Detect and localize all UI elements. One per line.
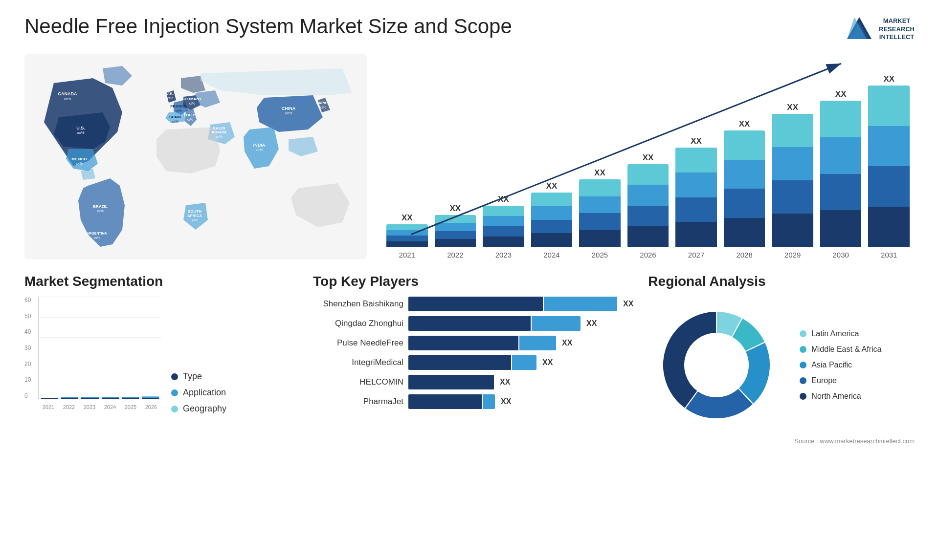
bottom-section: Market Segmentation 60 50 40 30 20 10 0 [24, 274, 915, 545]
page-title: Needle Free Injection System Market Size… [24, 15, 512, 38]
legend-label-type: Type [183, 371, 202, 382]
svg-text:xx%: xx% [64, 97, 71, 101]
svg-text:xx%: xx% [191, 218, 198, 222]
svg-text:xx%: xx% [186, 118, 193, 121]
page: Needle Free Injection System Market Size… [0, 0, 939, 560]
bar-chart-section: XXXXXXXXXXXXXXXXXXXXXX202120222023202420… [381, 54, 915, 259]
legend-dot-type [171, 373, 178, 380]
svg-text:xx%: xx% [285, 111, 292, 115]
logo-text: MARKET RESEARCH INTELLECT [879, 17, 915, 42]
regional-section: Regional Analysis Latin AmericaMiddle Ea… [648, 274, 915, 545]
segmentation-title: Market Segmentation [24, 274, 298, 289]
regional-legend-label: Latin America [811, 329, 859, 338]
svg-text:xx%: xx% [93, 236, 100, 239]
regional-legend-dot [800, 362, 806, 368]
svg-text:xx%: xx% [172, 120, 178, 123]
svg-text:FRANCE: FRANCE [170, 104, 187, 108]
player-name: IntegriMedical [313, 358, 403, 367]
regional-legend-item: North America [800, 392, 881, 401]
regional-legend-label: Asia Pacific [811, 361, 852, 369]
svg-text:GERMANY: GERMANY [182, 97, 202, 101]
player-name: HELCOMIN [313, 377, 403, 387]
source-text: Source : www.marketresearchintellect.com [648, 437, 915, 445]
players-section: Top Key Players Shenzhen BaishikangXXQin… [313, 274, 633, 545]
regional-content: Latin AmericaMiddle East & AfricaAsia Pa… [648, 297, 915, 433]
svg-text:AFRICA: AFRICA [187, 214, 202, 218]
svg-text:BRAZIL: BRAZIL [93, 204, 107, 209]
segmentation-legend: Type Application Geography [171, 371, 226, 414]
svg-text:ARABIA: ARABIA [211, 130, 226, 134]
legend-dot-geography [171, 406, 178, 412]
legend-item-application: Application [171, 388, 226, 398]
logo-icon [845, 15, 874, 44]
legend-item-geography: Geography [171, 404, 226, 414]
svg-text:CHINA: CHINA [282, 106, 296, 111]
svg-text:SPAIN: SPAIN [169, 115, 181, 119]
legend-label-application: Application [183, 388, 226, 398]
player-row: Shenzhen BaishikangXX [313, 297, 633, 311]
svg-text:U.K.: U.K. [166, 91, 174, 96]
donut-chart [648, 297, 785, 433]
regional-legend-label: Europe [811, 376, 837, 385]
legend-dot-application [171, 389, 178, 396]
player-name: Qingdao Zhonghui [313, 319, 403, 328]
svg-text:ITALY: ITALY [184, 113, 195, 117]
svg-text:U.S.: U.S. [76, 126, 85, 130]
svg-text:xx%: xx% [175, 109, 181, 112]
regional-title: Regional Analysis [648, 274, 915, 289]
player-row: Pulse NeedleFreeXX [313, 336, 633, 350]
regional-legend-dot [800, 330, 806, 337]
regional-legend-label: Middle East & Africa [811, 345, 881, 354]
player-row: Qingdao ZhonghuiXX [313, 316, 633, 331]
player-name: Pulse NeedleFree [313, 338, 403, 348]
player-row: PharmaJetXX [313, 394, 633, 409]
svg-text:CANADA: CANADA [58, 91, 77, 96]
svg-text:JAPAN: JAPAN [316, 101, 330, 105]
regional-legend-label: North America [811, 392, 861, 401]
svg-text:xx%: xx% [76, 162, 82, 165]
regional-legend-item: Asia Pacific [800, 361, 881, 369]
svg-text:SOUTH: SOUTH [188, 209, 201, 214]
player-row: IntegriMedicalXX [313, 355, 633, 370]
world-map: CANADA xx% U.S. xx% MEXICO xx% BRAZIL xx… [24, 54, 367, 259]
svg-text:xx%: xx% [188, 102, 195, 105]
player-row: HELCOMINXX [313, 375, 633, 389]
svg-text:MEXICO: MEXICO [71, 157, 87, 161]
svg-point-38 [687, 336, 746, 394]
svg-text:xx%: xx% [319, 106, 326, 109]
players-title: Top Key Players [313, 274, 633, 289]
regional-legend-item: Latin America [800, 329, 881, 338]
svg-text:xx%: xx% [97, 209, 103, 213]
legend-label-geography: Geography [183, 404, 226, 414]
player-name: PharmaJet [313, 397, 403, 407]
regional-legend-dot [800, 346, 806, 353]
map-section: CANADA xx% U.S. xx% MEXICO xx% BRAZIL xx… [24, 54, 367, 259]
legend-item-type: Type [171, 371, 226, 382]
regional-legend-dot [800, 377, 806, 384]
segmentation-section: Market Segmentation 60 50 40 30 20 10 0 [24, 274, 298, 545]
svg-text:xx%: xx% [77, 130, 84, 135]
svg-text:INDIA: INDIA [253, 143, 266, 148]
regional-legend-item: Middle East & Africa [800, 345, 881, 354]
player-name: Shenzhen Baishikang [313, 299, 403, 309]
top-section: CANADA xx% U.S. xx% MEXICO xx% BRAZIL xx… [24, 54, 915, 259]
svg-text:xx%: xx% [255, 148, 263, 152]
logo: MARKET RESEARCH INTELLECT [845, 15, 915, 44]
players-list: Shenzhen BaishikangXXQingdao ZhonghuiXXP… [313, 297, 633, 409]
header: Needle Free Injection System Market Size… [24, 15, 915, 44]
svg-text:xx%: xx% [216, 135, 222, 138]
regional-legend-item: Europe [800, 376, 881, 385]
regional-legend: Latin AmericaMiddle East & AfricaAsia Pa… [800, 329, 881, 401]
svg-text:ARGENTINA: ARGENTINA [87, 232, 107, 235]
regional-legend-dot [800, 393, 806, 400]
svg-text:xx%: xx% [166, 96, 173, 100]
